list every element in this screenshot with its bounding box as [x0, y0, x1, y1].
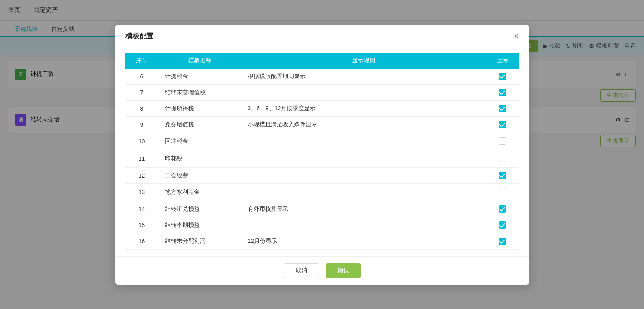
col-header-seq: 序号	[125, 53, 158, 69]
table-row: 12工会经费	[125, 167, 519, 183]
cell-name: 地方水利基金	[158, 183, 241, 201]
cell-display	[486, 201, 519, 217]
modal-template-config: 模板配置 × 序号 模板名称 显示规则 显示 6计提税金根据模版配置期间显示7结…	[115, 25, 529, 285]
table-row: 7结转未交增值税	[125, 84, 519, 100]
table-row: 13地方水利基金	[125, 183, 519, 201]
display-checkbox[interactable]	[499, 205, 506, 213]
cell-seq: 8	[125, 100, 158, 116]
cell-rule: 3、6、9、12月按季度显示	[241, 100, 486, 116]
display-checkbox[interactable]	[499, 73, 506, 80]
display-checkbox[interactable]	[499, 221, 506, 229]
modal-overlay: 模板配置 × 序号 模板名称 显示规则 显示 6计提税金根据模版配置期间显示7结…	[0, 0, 644, 309]
cell-name: 回冲税金	[158, 133, 241, 150]
cell-rule	[241, 167, 486, 183]
table-row: 11印花税	[125, 150, 519, 167]
cell-seq: 12	[125, 167, 158, 183]
cell-seq: 9	[125, 116, 158, 133]
cell-display	[486, 133, 519, 150]
cell-seq: 7	[125, 84, 158, 100]
modal-close-button[interactable]: ×	[514, 32, 519, 40]
cell-seq: 15	[125, 217, 158, 233]
display-checkbox[interactable]	[499, 89, 506, 96]
col-header-display: 显示	[486, 53, 519, 69]
cell-display	[486, 167, 519, 183]
cell-name: 结转未交增值税	[158, 84, 241, 100]
col-header-rule: 显示规则	[241, 53, 486, 69]
table-header-row: 序号 模板名称 显示规则 显示	[125, 53, 519, 69]
cell-seq: 14	[125, 201, 158, 217]
cell-display	[486, 217, 519, 233]
cell-name: 计提所得税	[158, 100, 241, 116]
table-row: 14结转汇兑损益有外币核算显示	[125, 201, 519, 217]
cell-display	[486, 69, 519, 85]
cell-rule	[241, 217, 486, 233]
display-checkbox[interactable]	[499, 121, 506, 128]
display-checkbox[interactable]	[499, 105, 506, 112]
config-table: 序号 模板名称 显示规则 显示 6计提税金根据模版配置期间显示7结转未交增值税8…	[125, 53, 519, 250]
cell-seq: 6	[125, 69, 158, 85]
cell-rule	[241, 133, 486, 150]
cell-name: 结转本期损益	[158, 217, 241, 233]
confirm-button[interactable]: 确认	[326, 263, 361, 278]
table-row: 10回冲税金	[125, 133, 519, 150]
cell-name: 印花税	[158, 150, 241, 167]
cell-display	[486, 183, 519, 201]
cell-rule	[241, 150, 486, 167]
cell-seq: 11	[125, 150, 158, 167]
col-header-name: 模板名称	[158, 53, 241, 69]
table-row: 6计提税金根据模版配置期间显示	[125, 69, 519, 85]
modal-header: 模板配置 ×	[115, 25, 529, 46]
cell-seq: 10	[125, 133, 158, 150]
cell-seq: 16	[125, 233, 158, 249]
cell-display	[486, 116, 519, 133]
display-checkbox[interactable]	[499, 172, 506, 179]
cell-display	[486, 84, 519, 100]
cell-rule: 有外币核算显示	[241, 201, 486, 217]
display-checkbox[interactable]	[499, 154, 506, 162]
display-checkbox[interactable]	[499, 188, 506, 195]
cell-display	[486, 150, 519, 167]
cell-rule: 小规模且满足收入条件显示	[241, 116, 486, 133]
modal-title: 模板配置	[125, 31, 153, 41]
display-checkbox[interactable]	[499, 137, 506, 145]
cell-display	[486, 233, 519, 249]
cell-rule: 12月份显示	[241, 233, 486, 249]
cell-name: 计提税金	[158, 69, 241, 85]
table-row: 8计提所得税3、6、9、12月按季度显示	[125, 100, 519, 116]
modal-body: 序号 模板名称 显示规则 显示 6计提税金根据模版配置期间显示7结转未交增值税8…	[115, 46, 529, 256]
cell-seq: 13	[125, 183, 158, 201]
cell-rule	[241, 183, 486, 201]
cell-rule: 根据模版配置期间显示	[241, 69, 486, 85]
cell-name: 结转未分配利润	[158, 233, 241, 249]
table-row: 15结转本期损益	[125, 217, 519, 233]
cell-rule	[241, 84, 486, 100]
cell-name: 免交增值税	[158, 116, 241, 133]
table-row: 16结转未分配利润12月份显示	[125, 233, 519, 249]
modal-footer: 取消 确认	[115, 256, 529, 285]
cancel-button[interactable]: 取消	[284, 263, 319, 278]
cell-name: 结转汇兑损益	[158, 201, 241, 217]
cell-name: 工会经费	[158, 167, 241, 183]
cell-display	[486, 100, 519, 116]
display-checkbox[interactable]	[499, 238, 506, 245]
table-row: 9免交增值税小规模且满足收入条件显示	[125, 116, 519, 133]
